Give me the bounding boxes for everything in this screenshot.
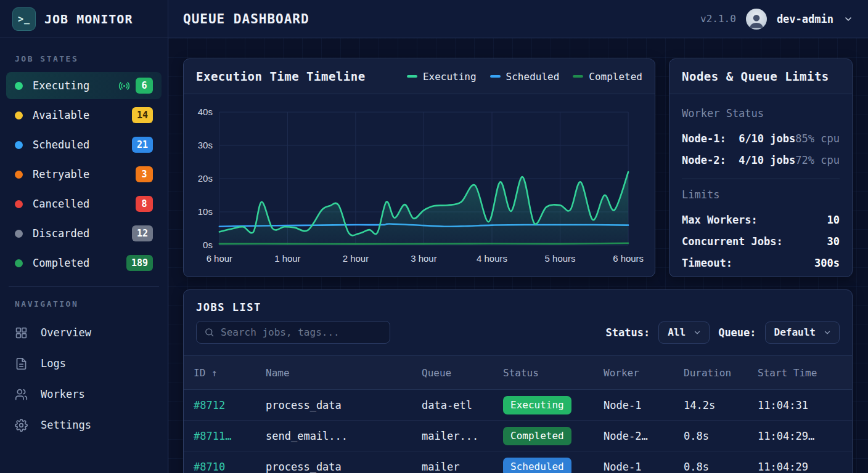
job-start-time: 11:04:29… — [758, 430, 852, 442]
column-header[interactable]: ID ↑ — [194, 367, 266, 379]
execution-timeline-card: Execution Time Timeline Executing Schedu… — [183, 59, 655, 277]
column-header[interactable]: Start Time — [758, 367, 852, 379]
search-box — [196, 321, 390, 344]
table-body: #8712 process_data data-etl Executing No… — [184, 390, 852, 473]
chevron-down-icon[interactable] — [843, 14, 853, 24]
sidebar-state-item[interactable]: Available 14 — [6, 102, 162, 129]
job-id-link[interactable]: #8712 — [194, 399, 266, 411]
state-dot — [15, 82, 23, 90]
table-row[interactable]: #8710 process_data mailer Scheduled Node… — [184, 451, 852, 473]
job-start-time: 11:04:31 — [758, 399, 852, 411]
grid-icon — [15, 326, 28, 339]
legend-label: Scheduled — [506, 71, 560, 83]
job-name: process_data — [266, 399, 422, 411]
state-count-badge: 12 — [132, 225, 153, 241]
status-badge: Executing — [503, 396, 571, 414]
table-row[interactable]: #8711… send_email... mailer... Completed… — [184, 421, 852, 451]
sidebar-state-item[interactable]: Retryable 3 — [6, 161, 162, 188]
nodes-limits-card: Nodes & Queue Limits Worker Status Node-… — [669, 59, 853, 277]
limit-row: Timeout: 300s — [682, 252, 840, 273]
state-label: Discarded — [33, 227, 132, 240]
users-icon — [15, 388, 28, 401]
sidebar-nav-item[interactable]: Overview — [6, 317, 162, 348]
avatar[interactable] — [746, 9, 767, 30]
jobs-table: ID ↑NameQueueStatusWorkerDurationStart T… — [184, 355, 852, 473]
file-icon — [15, 357, 28, 370]
terminal-icon: >_ — [12, 7, 36, 31]
legend-label: Executing — [423, 71, 477, 83]
job-worker: Node-1 — [604, 461, 684, 473]
state-count-badge: 6 — [136, 78, 153, 94]
column-header[interactable]: Duration — [684, 367, 758, 379]
timeline-chart: 0s10s20s30s40s6 hour1 hour2 hour3 hour4 … — [184, 94, 655, 277]
nav-label: Overview — [41, 326, 91, 339]
sidebar-nav-item[interactable]: Settings — [6, 410, 162, 440]
table-row[interactable]: #8712 process_data data-etl Executing No… — [184, 390, 852, 421]
node-status-row: Node-1: 6/10 jobs 85% cpu — [682, 127, 840, 149]
svg-text:1 hour: 1 hour — [274, 253, 300, 264]
job-queue: data-etl — [422, 399, 503, 411]
limit-row: Concurrent Jobs: 30 — [682, 230, 840, 252]
job-name: send_email... — [266, 430, 422, 442]
svg-text:5 hours: 5 hours — [545, 253, 576, 264]
state-count-badge: 8 — [136, 196, 153, 212]
state-count-badge: 189 — [126, 255, 153, 271]
limit-value: 10 — [827, 214, 840, 226]
state-label: Completed — [33, 257, 126, 269]
nav-label: Settings — [41, 419, 91, 431]
legend-color-dash — [573, 75, 583, 78]
legend-item: Scheduled — [490, 71, 560, 83]
limit-name: Timeout: — [682, 257, 732, 269]
sidebar: JOB STATES Executing 6 Available 14 Sche… — [0, 38, 168, 473]
limit-name: Concurrent Jobs: — [682, 235, 783, 248]
gear-icon — [15, 419, 28, 432]
jobs-list-title: JOBS LIST — [196, 301, 840, 313]
table-header-row: ID ↑NameQueueStatusWorkerDurationStart T… — [184, 355, 852, 390]
version-label: v2.1.0 — [700, 13, 736, 25]
sidebar-state-item[interactable]: Discarded 12 — [6, 220, 162, 247]
column-header[interactable]: Name — [266, 367, 422, 379]
chevron-down-icon — [823, 328, 832, 337]
limit-value: 30 — [827, 235, 840, 248]
sidebar-state-item[interactable]: Executing 6 — [6, 72, 162, 99]
status-filter-select[interactable]: All — [658, 321, 710, 344]
queue-filter-select[interactable]: Default — [765, 321, 840, 344]
nodes-card-title: Nodes & Queue Limits — [682, 70, 829, 83]
column-header[interactable]: Worker — [604, 367, 684, 379]
sidebar-nav-item[interactable]: Logs — [6, 348, 162, 379]
column-header[interactable]: Status — [503, 367, 604, 379]
legend-label: Completed — [589, 71, 642, 83]
page-title: QUEUE DASHBOARD — [183, 12, 309, 26]
person-icon — [747, 11, 766, 30]
status-filter-label: Status: — [606, 326, 650, 339]
state-label: Available — [33, 109, 132, 121]
legend-item: Executing — [407, 71, 477, 83]
job-queue: mailer... — [422, 430, 503, 442]
job-id-link[interactable]: #8711… — [194, 430, 266, 442]
main-content: Execution Time Timeline Executing Schedu… — [168, 38, 868, 473]
state-label: Executing — [33, 79, 118, 92]
search-input[interactable] — [221, 326, 382, 338]
sidebar-divider — [9, 286, 159, 287]
job-states-list: Executing 6 Available 14 Scheduled 21 Re… — [6, 72, 162, 277]
svg-text:20s: 20s — [198, 173, 213, 184]
sidebar-state-item[interactable]: Cancelled 8 — [6, 190, 162, 217]
svg-text:6 hours: 6 hours — [613, 253, 644, 264]
node-label: Node-1: — [682, 132, 726, 145]
file-icon — [15, 357, 28, 370]
sidebar-state-item[interactable]: Completed 189 — [6, 249, 162, 277]
nav-label: Workers — [41, 388, 85, 400]
user-menu-label[interactable]: dev-admin — [777, 13, 833, 25]
svg-text:3 hour: 3 hour — [411, 253, 436, 264]
state-count-badge: 21 — [132, 137, 153, 153]
sidebar-state-item[interactable]: Scheduled 21 — [6, 131, 162, 158]
limit-row: Max Workers: 10 — [682, 209, 840, 230]
node-jobs: 4/10 jobs — [739, 154, 795, 166]
job-states-section-label: JOB STATES — [6, 54, 162, 63]
column-header[interactable]: Queue — [422, 367, 503, 379]
state-dot — [15, 259, 23, 267]
job-id-link[interactable]: #8710 — [194, 461, 266, 473]
sidebar-nav-item[interactable]: Workers — [6, 379, 162, 410]
job-worker: Node-1 — [604, 399, 684, 411]
job-worker: Node-2… — [604, 430, 684, 442]
